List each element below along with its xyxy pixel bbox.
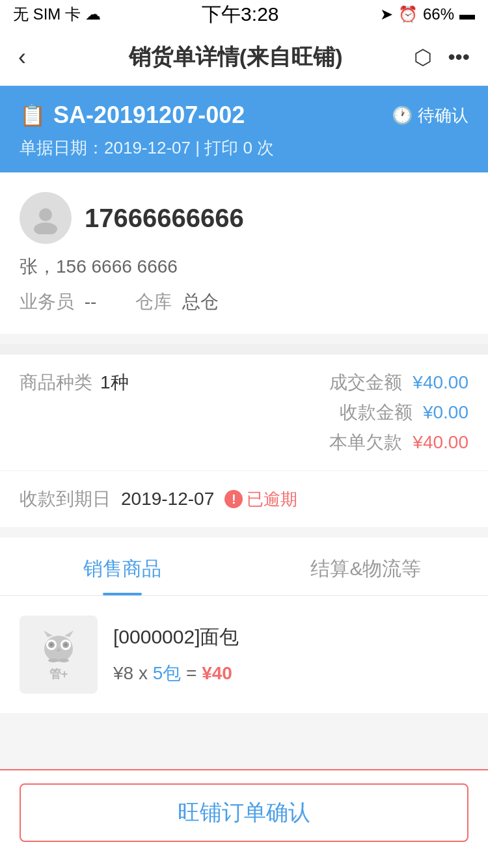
product-type-section: 商品种类 1种 bbox=[20, 370, 129, 395]
salesperson-item: 业务员 -- bbox=[20, 290, 96, 314]
tab-settlement[interactable]: 结算&物流等 bbox=[244, 537, 488, 595]
tabs-row: 销售商品 结算&物流等 bbox=[0, 537, 488, 595]
overdue-badge: ! 已逾期 bbox=[224, 488, 297, 511]
warehouse-item: 仓库 总仓 bbox=[135, 290, 219, 314]
due-date-card: 收款到期日 2019-12-07 ! 已逾期 bbox=[0, 470, 488, 527]
clock-icon: 🕐 bbox=[392, 105, 413, 126]
received-label: 收款金额 bbox=[340, 400, 413, 425]
order-id-row: 📋 SA-20191207-002 🕐 待确认 bbox=[20, 102, 468, 129]
signal-text: 无 SIM 卡 ☁ bbox=[13, 4, 101, 25]
back-button[interactable]: ‹ bbox=[18, 44, 57, 71]
due-date-row: 收款到期日 2019-12-07 ! 已逾期 bbox=[20, 487, 468, 511]
received-amount-row: 收款金额 ¥0.00 bbox=[340, 400, 468, 425]
customer-main: 17666666666 bbox=[20, 192, 468, 244]
deal-amount-label: 成交金额 bbox=[329, 370, 402, 395]
tabs-container: 销售商品 结算&物流等 bbox=[0, 537, 488, 596]
tab-sales-products[interactable]: 销售商品 bbox=[0, 537, 244, 595]
salesperson-value: -- bbox=[85, 292, 97, 312]
status-time: 下午3:28 bbox=[202, 1, 278, 28]
overdue-text: 已逾期 bbox=[247, 488, 297, 511]
svg-marker-9 bbox=[44, 631, 53, 637]
owed-amount-row: 本单欠款 ¥40.00 bbox=[329, 430, 468, 455]
battery-icon: ▬ bbox=[459, 5, 475, 23]
customer-meta: 业务员 -- 仓库 总仓 bbox=[20, 290, 468, 314]
status-bar: 无 SIM 卡 ☁ 下午3:28 ➤ ⏰ 66% ▬ bbox=[0, 0, 488, 29]
bottom-action-area: 旺铺订单确认 bbox=[0, 769, 488, 868]
status-right: ➤ ⏰ 66% ▬ bbox=[380, 5, 475, 23]
svg-point-1 bbox=[34, 223, 57, 234]
product-type-label: 商品种类 bbox=[20, 370, 92, 395]
product-thumbnail: 管+ bbox=[20, 616, 98, 694]
tab-settlement-label: 结算&物流等 bbox=[310, 558, 421, 579]
confirm-order-button[interactable]: 旺铺订单确认 bbox=[20, 783, 468, 842]
svg-point-12 bbox=[48, 658, 59, 662]
order-header: 📋 SA-20191207-002 🕐 待确认 单据日期：2019-12-07 … bbox=[0, 86, 488, 172]
owed-label: 本单欠款 bbox=[329, 430, 402, 455]
product-list: 管+ [0000002]面包 ¥8 x 5包 = ¥40 bbox=[0, 596, 488, 713]
warehouse-label: 仓库 bbox=[135, 292, 172, 312]
share-icon[interactable]: ⬡ bbox=[414, 45, 432, 70]
deal-amount-row: 成交金额 ¥40.00 bbox=[329, 370, 468, 395]
due-date-value: 2019-12-07 bbox=[121, 489, 214, 509]
svg-point-8 bbox=[64, 644, 67, 646]
owl-logo-icon bbox=[36, 628, 81, 664]
summary-row: 商品种类 1种 成交金额 ¥40.00 收款金额 ¥0.00 本单欠款 ¥40.… bbox=[20, 370, 468, 455]
svg-point-0 bbox=[39, 208, 52, 221]
order-id-text: SA-20191207-002 bbox=[53, 102, 245, 129]
order-date: 单据日期：2019-12-07 | 打印 0 次 bbox=[20, 137, 468, 159]
order-icon: 📋 bbox=[20, 103, 46, 128]
svg-marker-10 bbox=[64, 631, 74, 637]
svg-point-13 bbox=[59, 658, 69, 662]
avatar bbox=[20, 192, 72, 244]
product-price: ¥8 x 5包 = ¥40 bbox=[113, 661, 468, 686]
status-text: 待确认 bbox=[418, 104, 468, 127]
deal-amount-value: ¥40.00 bbox=[413, 372, 468, 393]
more-icon[interactable]: ••• bbox=[448, 45, 470, 69]
customer-card: 17666666666 张，156 6666 6666 业务员 -- 仓库 总仓 bbox=[0, 172, 488, 334]
battery-text: 66% bbox=[423, 5, 454, 23]
thumb-inner: 管+ bbox=[36, 628, 81, 682]
navigation-icon: ➤ bbox=[380, 5, 393, 23]
order-status: 🕐 待确认 bbox=[392, 104, 468, 127]
divider-1 bbox=[0, 344, 488, 355]
customer-name: 张，156 6666 6666 bbox=[20, 254, 468, 279]
order-id: 📋 SA-20191207-002 bbox=[20, 102, 245, 129]
quantity: 5包 bbox=[153, 663, 182, 683]
status-left: 无 SIM 卡 ☁ bbox=[13, 4, 101, 25]
svg-point-5 bbox=[50, 644, 53, 646]
page-title: 销货单详情(来自旺铺) bbox=[129, 42, 343, 72]
overdue-icon: ! bbox=[224, 490, 243, 508]
brand-label: 管+ bbox=[49, 666, 68, 682]
product-item: 管+ [0000002]面包 ¥8 x 5包 = ¥40 bbox=[0, 596, 488, 713]
product-type-value: 1种 bbox=[100, 370, 129, 395]
summary-card: 商品种类 1种 成交金额 ¥40.00 收款金额 ¥0.00 本单欠款 ¥40.… bbox=[0, 355, 488, 470]
product-name: [0000002]面包 bbox=[113, 624, 468, 651]
alarm-icon: ⏰ bbox=[398, 5, 418, 23]
total-price: ¥40 bbox=[202, 663, 232, 683]
product-info: [0000002]面包 ¥8 x 5包 = ¥40 bbox=[113, 624, 468, 686]
tab-sales-label: 销售商品 bbox=[83, 558, 161, 579]
amounts-section: 成交金额 ¥40.00 收款金额 ¥0.00 本单欠款 ¥40.00 bbox=[329, 370, 468, 455]
warehouse-value: 总仓 bbox=[182, 292, 219, 312]
received-value: ¥0.00 bbox=[423, 402, 468, 423]
unit-price: ¥8 bbox=[113, 663, 133, 683]
salesperson-label: 业务员 bbox=[20, 292, 74, 312]
owed-value: ¥40.00 bbox=[413, 432, 468, 453]
nav-bar: ‹ 销货单详情(来自旺铺) ⬡ ••• bbox=[0, 29, 488, 86]
customer-phone: 17666666666 bbox=[85, 204, 244, 233]
equals-sign: = bbox=[186, 663, 202, 683]
nav-actions: ⬡ ••• bbox=[414, 45, 470, 70]
due-date-label: 收款到期日 bbox=[20, 487, 111, 511]
multiply-sign: x bbox=[139, 663, 153, 683]
